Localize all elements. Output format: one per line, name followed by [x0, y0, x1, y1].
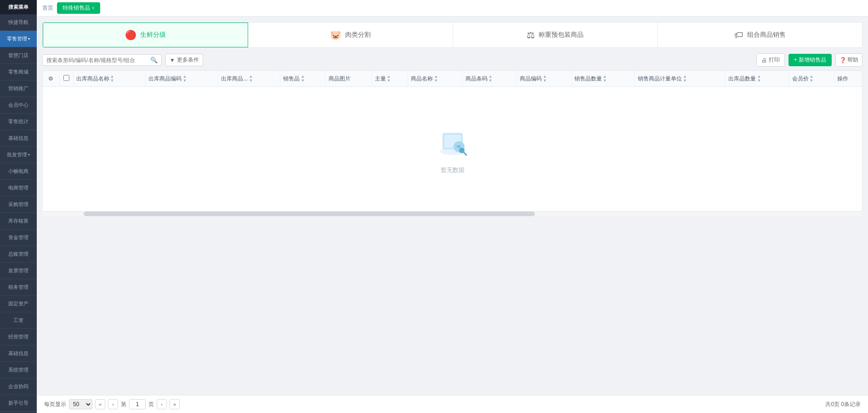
sidebar-item-fixed-asset[interactable]: 固定资产	[0, 296, 37, 312]
cat-tab-combo[interactable]: 🏷 组合商品销售	[658, 23, 862, 47]
th-goods-name[interactable]: 商品名称 ▲▼	[408, 71, 462, 87]
weight-icon: ⚖	[527, 29, 535, 40]
th-member-price[interactable]: 会员价 ▲▼	[789, 71, 834, 87]
sort-icon-goods-code: ▲▼	[543, 75, 547, 83]
filter-button[interactable]: ▼ 更多条件	[165, 54, 203, 66]
page-suffix-label: 页	[148, 401, 154, 408]
sidebar-item-guide[interactable]: 新手引导	[0, 395, 37, 412]
sidebar-item-base-info[interactable]: 基础信息	[0, 130, 37, 147]
th-checkbox	[59, 71, 73, 87]
per-page-select[interactable]: 10 20 50 100	[69, 399, 92, 409]
sidebar-item-marketing[interactable]: 营销推广	[0, 80, 37, 97]
empty-state: 暂无数据	[43, 87, 862, 211]
tab-label: 特殊销售品	[62, 4, 90, 12]
sidebar-logo[interactable]: 搜索菜单	[0, 0, 37, 14]
sidebar-item-tax[interactable]: 税务管理	[0, 279, 37, 296]
cat-tab-fresh[interactable]: 🔴 生鲜分级	[42, 22, 249, 48]
combo-icon: 🏷	[734, 30, 743, 40]
toolbar: 🔍 ▼ 更多条件 🖨 打印 + 新增销售品 ❓ 帮助	[42, 53, 862, 67]
th-image: 商品图片	[326, 71, 372, 87]
sort-icon-spec: ▲▼	[249, 75, 253, 83]
first-page-button[interactable]: «	[95, 399, 105, 409]
search-icon: 🔍	[150, 57, 158, 63]
search-box: 🔍	[42, 54, 162, 66]
page-controls-left: 每页显示 10 20 50 100 « ‹ 第 页 › »	[44, 399, 180, 409]
sort-icon-sale-qty: ▲▼	[603, 75, 607, 83]
sidebar-item-retail-stat[interactable]: 零售统计	[0, 114, 37, 130]
sidebar-item-payroll[interactable]: 工资	[0, 312, 37, 329]
print-button[interactable]: 🖨 打印	[756, 53, 785, 67]
th-warehouse-name[interactable]: 出库商品名称 ▲▼	[73, 71, 146, 87]
th-goods-code[interactable]: 商品编码 ▲▼	[517, 71, 571, 87]
sidebar-item-base-info2[interactable]: 基础信息	[0, 345, 37, 362]
prev-page-button[interactable]: ‹	[108, 399, 118, 409]
toolbar-left: 🔍 ▼ 更多条件	[42, 54, 203, 66]
topbar: 首页 特殊销售品 ×	[37, 0, 868, 17]
sidebar-item-purchase[interactable]: 采购管理	[0, 196, 37, 213]
toolbar-right: 🖨 打印 + 新增销售品 ❓ 帮助	[756, 53, 862, 67]
next-page-button[interactable]: ›	[157, 399, 167, 409]
pagination-bar: 每页显示 10 20 50 100 « ‹ 第 页 › » 共0页 0条记录	[37, 395, 868, 413]
chevron-down-icon-2: ▾	[28, 153, 30, 157]
data-table-wrapper: ⚙ 出库商品名称 ▲▼ 出库商品编码	[42, 70, 862, 212]
th-out-qty[interactable]: 出库品数量 ▲▼	[726, 71, 789, 87]
sort-icon-sale: ▲▼	[301, 75, 305, 83]
sidebar-item-ecom-mini[interactable]: 小畅电商	[0, 163, 37, 180]
fresh-icon: 🔴	[125, 29, 136, 40]
sidebar-item-collab[interactable]: 企业协同	[0, 379, 37, 395]
th-action: 操作	[834, 71, 862, 87]
sidebar-item-quick-nav[interactable]: 快捷导航	[0, 14, 37, 31]
active-tab[interactable]: 特殊销售品 ×	[57, 2, 100, 14]
sidebar-item-retail[interactable]: 零售管理 ▾	[0, 31, 37, 47]
home-breadcrumb[interactable]: 首页	[42, 4, 53, 12]
sort-icon-member-price: ▲▼	[810, 75, 814, 83]
page-content: 🔴 生鲜分级 🐷 肉类分割 ⚖ 称重预包装商品 🏷 组合商品销售 🔍	[37, 17, 868, 395]
sidebar-item-inventory[interactable]: 库存核算	[0, 213, 37, 229]
sidebar-item-store[interactable]: 督慧门店	[0, 47, 37, 64]
table-body: 暂无数据	[43, 87, 862, 212]
sidebar-item-wholesale[interactable]: 批发管理 ▾	[0, 147, 37, 163]
category-tabs: 🔴 生鲜分级 🐷 肉类分割 ⚖ 称重预包装商品 🏷 组合商品销售	[42, 22, 862, 48]
tab-close-icon[interactable]: ×	[92, 6, 95, 11]
th-unit[interactable]: 销售商品计量单位 ▲▼	[635, 71, 725, 87]
th-main-qty[interactable]: 主量 ▲▼	[372, 71, 408, 87]
sort-icon-name: ▲▼	[110, 75, 114, 83]
sidebar-item-finance[interactable]: 资金管理	[0, 229, 37, 246]
chevron-down-icon: ▾	[28, 37, 30, 41]
print-icon: 🖨	[761, 57, 767, 63]
main-content: 首页 特殊销售品 × 🔴 生鲜分级 🐷 肉类分割 ⚖ 称重预包装商品 🏷 组合商…	[37, 0, 868, 413]
th-settings[interactable]: ⚙	[43, 71, 59, 87]
last-page-button[interactable]: »	[170, 399, 180, 409]
horizontal-scrollbar[interactable]	[42, 212, 862, 216]
scroll-thumb[interactable]	[84, 212, 535, 216]
cat-tab-meat[interactable]: 🐷 肉类分割	[248, 23, 453, 47]
add-button[interactable]: + 新增销售品	[789, 54, 832, 66]
page-number-input[interactable]	[129, 399, 146, 409]
sort-icon-code: ▲▼	[182, 75, 187, 83]
page-prefix-label: 第	[121, 401, 126, 408]
sort-icon-unit: ▲▼	[683, 75, 687, 83]
help-button[interactable]: ❓ 帮助	[835, 53, 862, 67]
sidebar-item-mall[interactable]: 零售商城	[0, 64, 37, 80]
th-sale-qty[interactable]: 销售品数量 ▲▼	[571, 71, 635, 87]
search-input[interactable]	[46, 57, 148, 63]
sidebar-item-invoice[interactable]: 发票管理	[0, 263, 37, 279]
th-barcode[interactable]: 商品条码 ▲▼	[462, 71, 516, 87]
sidebar-item-member[interactable]: 会员中心	[0, 97, 37, 114]
sidebar-item-business-mgmt[interactable]: 经营管理	[0, 329, 37, 345]
meat-icon: 🐷	[330, 29, 341, 40]
th-warehouse-spec[interactable]: 出库商品... ▲▼	[218, 71, 280, 87]
svg-line-5	[464, 152, 466, 155]
sidebar-item-ecom-mgmt[interactable]: 电商管理	[0, 180, 37, 196]
th-sale-item[interactable]: 销售品 ▲▼	[280, 71, 326, 87]
sidebar-item-ledger[interactable]: 总账管理	[0, 246, 37, 263]
filter-icon: ▼	[170, 57, 175, 63]
empty-icon	[434, 124, 471, 161]
cat-tab-weight[interactable]: ⚖ 称重预包装商品	[453, 23, 658, 47]
cat-tab-combo-label: 组合商品销售	[747, 31, 786, 39]
cat-tab-meat-label: 肉类分割	[345, 31, 371, 39]
th-warehouse-code[interactable]: 出库商品编码 ▲▼	[146, 71, 218, 87]
sidebar-item-system[interactable]: 系统管理	[0, 362, 37, 379]
select-all-checkbox[interactable]	[63, 75, 69, 81]
sort-icon-barcode: ▲▼	[488, 75, 493, 83]
